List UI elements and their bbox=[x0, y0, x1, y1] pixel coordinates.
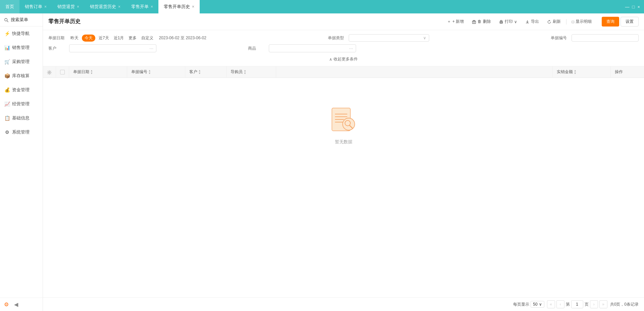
query-button[interactable]: 查询 bbox=[602, 17, 619, 27]
th-checkbox bbox=[56, 66, 69, 78]
tab-home[interactable]: 首页 bbox=[0, 0, 19, 13]
svg-line-1 bbox=[7, 21, 8, 22]
th-spacer bbox=[276, 66, 553, 78]
customer-ellipsis-icon[interactable]: ··· bbox=[149, 46, 153, 51]
order-type-select[interactable]: ∨ bbox=[349, 34, 429, 42]
tab-close-retail-open[interactable]: × bbox=[151, 4, 153, 9]
add-icon: ＋ bbox=[447, 19, 451, 24]
date-btn-yesterday[interactable]: 昨天 bbox=[69, 35, 80, 42]
delete-button[interactable]: 🗑 删除 bbox=[468, 17, 494, 26]
tab-sales-order[interactable]: 销售订单× bbox=[19, 0, 52, 13]
date-btn-more[interactable]: 更多 bbox=[127, 35, 138, 42]
maximize-button[interactable]: □ bbox=[632, 4, 635, 9]
empty-text: 暂无数据 bbox=[335, 139, 352, 145]
th-date: 单据日期 ▲▼ bbox=[69, 66, 127, 78]
sidebar-icon-purchase-mgmt: 🛒 bbox=[4, 59, 10, 65]
add-button[interactable]: ＋ + 新增 bbox=[444, 17, 467, 26]
svg-point-10 bbox=[502, 22, 502, 22]
sidebar-icon-quick-nav: ⚡ bbox=[4, 31, 10, 37]
th-amount: 实销金额 ▲▼ bbox=[552, 66, 610, 78]
product-ellipsis-icon[interactable]: ··· bbox=[349, 46, 353, 51]
page-title: 零售开单历史 bbox=[48, 18, 81, 25]
empty-illustration bbox=[327, 105, 360, 135]
th-operation: 操作 bbox=[610, 66, 644, 78]
sidebar: 搜索菜单 ⚡ 快捷导航 📊 销售管理 🛒 采购管理 📦 库存核算 💰 资金管理 … bbox=[0, 13, 43, 311]
order-type-label: 单据类型 bbox=[328, 35, 345, 41]
order-number-input[interactable] bbox=[575, 36, 636, 40]
th-number: 单据编号 ▲▼ bbox=[127, 66, 185, 78]
sidebar-item-inventory[interactable]: 📦 库存核算 bbox=[0, 69, 43, 83]
date-btn-last7[interactable]: 近7天 bbox=[97, 35, 110, 42]
collapse-icon: ∧ bbox=[329, 57, 332, 62]
prev-page-button[interactable]: ‹ bbox=[556, 300, 564, 308]
display-label: 显示明细 bbox=[576, 19, 592, 24]
product-input[interactable] bbox=[272, 46, 348, 51]
sidebar-search[interactable]: 搜索菜单 bbox=[0, 13, 43, 27]
select-all-checkbox[interactable] bbox=[60, 70, 65, 74]
th-operation-label: 操作 bbox=[615, 69, 623, 74]
date-btn-last1month[interactable]: 近1月 bbox=[112, 35, 126, 42]
settings-gear-icon[interactable]: ⚙ bbox=[4, 301, 9, 308]
date-btn-custom[interactable]: 自定义 bbox=[140, 35, 155, 42]
close-button[interactable]: × bbox=[637, 4, 640, 9]
number-sort-icon[interactable]: ▲▼ bbox=[148, 69, 151, 75]
display-detail-button[interactable]: □ 显示明细 bbox=[568, 17, 595, 26]
first-page-button[interactable]: « bbox=[547, 300, 555, 308]
customer-input[interactable] bbox=[72, 46, 148, 51]
guide-sort-icon[interactable]: ▲▼ bbox=[244, 69, 246, 75]
delete-icon bbox=[472, 19, 476, 24]
content-area: 零售开单历史 ＋ + 新增 bbox=[43, 13, 644, 311]
refresh-icon bbox=[547, 19, 551, 24]
tab-sales-return[interactable]: 销货退货× bbox=[52, 0, 85, 13]
tab-close-retail-open-history[interactable]: × bbox=[192, 4, 194, 9]
tab-sales-return-history[interactable]: 销货退货历史× bbox=[85, 0, 126, 13]
svg-point-17 bbox=[343, 118, 355, 130]
collapse-sidebar-icon[interactable]: ◀ bbox=[14, 301, 18, 308]
settings-button[interactable]: 设置 bbox=[621, 17, 639, 27]
checkbox-icon: □ bbox=[572, 19, 574, 24]
print-button[interactable]: 打印 ∨ bbox=[496, 17, 521, 26]
tab-label-retail-open-history: 零售开单历史 bbox=[164, 4, 190, 10]
tab-close-sales-return[interactable]: × bbox=[77, 4, 79, 9]
table-header-row: 单据日期 ▲▼ 单据编号 ▲▼ 客户 bbox=[43, 66, 644, 78]
sidebar-item-sales-mgmt[interactable]: 📊 销售管理 bbox=[0, 41, 43, 55]
sidebar-item-finance[interactable]: 💰 资金管理 bbox=[0, 83, 43, 97]
sidebar-item-purchase-mgmt[interactable]: 🛒 采购管理 bbox=[0, 55, 43, 69]
sidebar-icon-inventory: 📦 bbox=[4, 73, 10, 79]
tab-close-sales-return-history[interactable]: × bbox=[118, 4, 120, 9]
th-amount-label: 实销金额 bbox=[557, 69, 573, 75]
sidebar-item-operations[interactable]: 📈 经营管理 bbox=[0, 97, 43, 111]
page-prefix: 第 bbox=[566, 302, 570, 307]
tab-close-sales-order[interactable]: × bbox=[44, 4, 47, 9]
date-sort-icon[interactable]: ▲▼ bbox=[90, 69, 93, 75]
sidebar-bottom: ⚙ ◀ bbox=[0, 298, 43, 311]
toolbar-divider bbox=[566, 19, 566, 24]
sidebar-item-quick-nav[interactable]: ⚡ 快捷导航 bbox=[0, 27, 43, 41]
page-size-box[interactable]: 50 ∨ bbox=[531, 301, 544, 308]
svg-point-11 bbox=[49, 71, 50, 73]
date-btn-today[interactable]: 今天 bbox=[82, 35, 95, 42]
refresh-label: 刷新 bbox=[553, 19, 561, 24]
sidebar-label-sales-mgmt: 销售管理 bbox=[12, 45, 30, 51]
sidebar-label-quick-nav: 快捷导航 bbox=[12, 31, 30, 37]
per-page-value: 50 bbox=[533, 302, 537, 307]
sidebar-item-system[interactable]: ⚙ 系统管理 bbox=[0, 125, 43, 139]
pagination-controls: « ‹ 第 页 › » bbox=[547, 300, 607, 308]
page-number-input[interactable] bbox=[571, 300, 583, 308]
customer-sort-icon[interactable]: ▲▼ bbox=[198, 69, 201, 75]
main-layout: 搜索菜单 ⚡ 快捷导航 📊 销售管理 🛒 采购管理 📦 库存核算 💰 资金管理 … bbox=[0, 13, 644, 311]
tab-retail-open-history[interactable]: 零售开单历史× bbox=[158, 0, 200, 13]
last-page-button[interactable]: » bbox=[599, 300, 607, 308]
table-settings-icon[interactable] bbox=[47, 69, 52, 74]
minimize-button[interactable]: — bbox=[625, 4, 630, 9]
export-button[interactable]: 导出 bbox=[522, 17, 542, 26]
print-icon bbox=[499, 19, 503, 24]
amount-sort-icon[interactable]: ▲▼ bbox=[574, 69, 577, 75]
collapse-button[interactable]: ∧ 收起更多条件 bbox=[329, 56, 358, 62]
refresh-button[interactable]: 刷新 bbox=[544, 17, 564, 26]
tab-retail-open[interactable]: 零售开单× bbox=[126, 0, 158, 13]
empty-state: 暂无数据 bbox=[43, 78, 644, 172]
next-page-button[interactable]: › bbox=[590, 300, 598, 308]
per-page-label: 每页显示 bbox=[513, 302, 529, 307]
sidebar-item-basic-info[interactable]: 📋 基础信息 bbox=[0, 111, 43, 125]
